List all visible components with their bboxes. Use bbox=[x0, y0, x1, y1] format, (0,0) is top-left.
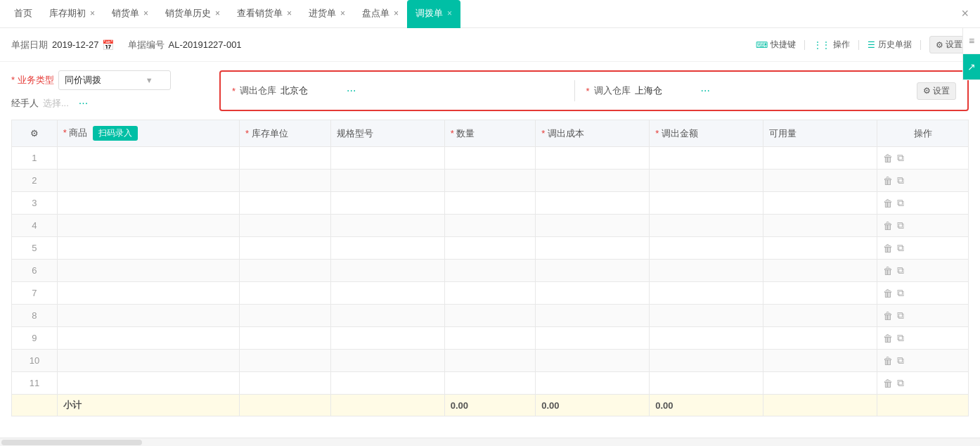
row-qty[interactable] bbox=[444, 215, 536, 237]
row-amount[interactable] bbox=[650, 282, 763, 305]
row-amount[interactable] bbox=[650, 327, 763, 350]
row-unit[interactable] bbox=[240, 147, 331, 170]
table-gear-icon[interactable]: ⚙ bbox=[30, 128, 39, 139]
row-unit[interactable] bbox=[240, 260, 331, 282]
row-qty[interactable] bbox=[444, 237, 536, 260]
row-qty[interactable] bbox=[444, 282, 536, 305]
row-goods[interactable] bbox=[57, 215, 239, 237]
tab-close-sales-history[interactable]: × bbox=[215, 8, 220, 18]
tab-inventory-count[interactable]: 盘点单 × bbox=[354, 0, 407, 28]
copy-icon[interactable]: ⧉ bbox=[897, 377, 904, 389]
copy-icon[interactable]: ⧉ bbox=[897, 152, 904, 164]
delete-icon[interactable]: 🗑 bbox=[883, 288, 893, 299]
row-amount[interactable] bbox=[650, 237, 763, 260]
row-spec[interactable] bbox=[330, 192, 444, 215]
row-unit[interactable] bbox=[240, 170, 331, 192]
row-qty[interactable] bbox=[444, 305, 536, 327]
row-qty[interactable] bbox=[444, 147, 536, 170]
row-unit[interactable] bbox=[240, 192, 331, 215]
biz-type-select[interactable]: 同价调拨 ▼ bbox=[58, 70, 171, 90]
row-goods[interactable] bbox=[57, 170, 239, 192]
row-spec[interactable] bbox=[330, 260, 444, 282]
copy-icon[interactable]: ⧉ bbox=[897, 310, 904, 321]
delete-icon[interactable]: 🗑 bbox=[883, 220, 893, 231]
person-more-icon[interactable]: ··· bbox=[79, 97, 88, 110]
row-amount[interactable] bbox=[650, 170, 763, 192]
row-unit[interactable] bbox=[240, 237, 331, 260]
row-amount[interactable] bbox=[650, 147, 763, 170]
copy-icon[interactable]: ⧉ bbox=[897, 265, 904, 276]
row-goods[interactable] bbox=[57, 192, 239, 215]
row-cost[interactable] bbox=[536, 192, 650, 215]
row-goods[interactable] bbox=[57, 350, 239, 372]
row-cost[interactable] bbox=[536, 282, 650, 305]
row-cost[interactable] bbox=[536, 372, 650, 395]
row-amount[interactable] bbox=[650, 350, 763, 372]
row-unit[interactable] bbox=[240, 350, 331, 372]
tab-sales-history[interactable]: 销货单历史 × bbox=[157, 0, 228, 28]
delete-icon[interactable]: 🗑 bbox=[883, 378, 893, 389]
right-panel-export-icon[interactable]: ↗ bbox=[963, 54, 980, 80]
row-amount[interactable] bbox=[650, 305, 763, 327]
row-unit[interactable] bbox=[240, 327, 331, 350]
row-spec[interactable] bbox=[330, 282, 444, 305]
row-goods[interactable] bbox=[57, 260, 239, 282]
tab-inventory-init[interactable]: 库存期初 × bbox=[41, 0, 103, 28]
row-spec[interactable] bbox=[330, 327, 444, 350]
tab-close-sales-order[interactable]: × bbox=[143, 8, 148, 18]
row-cost[interactable] bbox=[536, 350, 650, 372]
scrollbar-area[interactable] bbox=[0, 438, 980, 446]
delete-icon[interactable]: 🗑 bbox=[883, 265, 893, 276]
tab-sales-order[interactable]: 销货单 × bbox=[103, 0, 157, 28]
row-qty[interactable] bbox=[444, 372, 536, 395]
calendar-icon[interactable]: 📅 bbox=[102, 39, 114, 51]
row-amount[interactable] bbox=[650, 215, 763, 237]
right-panel-doc-icon[interactable]: ≡ bbox=[963, 28, 980, 54]
copy-icon[interactable]: ⧉ bbox=[897, 355, 904, 367]
row-qty[interactable] bbox=[444, 170, 536, 192]
row-unit[interactable] bbox=[240, 305, 331, 327]
tab-purchase-order[interactable]: 进货单 × bbox=[300, 0, 354, 28]
tab-close-purchase-order[interactable]: × bbox=[340, 8, 345, 18]
row-spec[interactable] bbox=[330, 237, 444, 260]
tab-close-inventory-count[interactable]: × bbox=[394, 8, 399, 18]
tab-close-view-sales[interactable]: × bbox=[287, 8, 292, 18]
row-unit[interactable] bbox=[240, 372, 331, 395]
row-unit[interactable] bbox=[240, 282, 331, 305]
copy-icon[interactable]: ⧉ bbox=[897, 219, 904, 231]
row-cost[interactable] bbox=[536, 260, 650, 282]
copy-icon[interactable]: ⧉ bbox=[897, 332, 904, 344]
scrollbar-thumb[interactable] bbox=[1, 440, 142, 445]
row-spec[interactable] bbox=[330, 147, 444, 170]
target-warehouse-more-icon[interactable]: ··· bbox=[701, 84, 710, 97]
row-unit[interactable] bbox=[240, 215, 331, 237]
row-spec[interactable] bbox=[330, 170, 444, 192]
row-qty[interactable] bbox=[444, 327, 536, 350]
row-goods[interactable] bbox=[57, 305, 239, 327]
delete-icon[interactable]: 🗑 bbox=[883, 310, 893, 321]
action-btn[interactable]: ⋮⋮ 操作 bbox=[813, 39, 850, 51]
row-cost[interactable] bbox=[536, 237, 650, 260]
copy-icon[interactable]: ⧉ bbox=[897, 242, 904, 254]
scan-button[interactable]: 扫码录入 bbox=[93, 126, 138, 141]
tab-view-sales[interactable]: 查看销货单 × bbox=[228, 0, 300, 28]
row-goods[interactable] bbox=[57, 282, 239, 305]
warehouse-setting-button[interactable]: ⚙ 设置 bbox=[917, 82, 956, 100]
delete-icon[interactable]: 🗑 bbox=[883, 153, 893, 164]
row-goods[interactable] bbox=[57, 372, 239, 395]
tab-close-transfer-order[interactable]: × bbox=[447, 8, 452, 18]
row-goods[interactable] bbox=[57, 147, 239, 170]
row-goods[interactable] bbox=[57, 237, 239, 260]
delete-icon[interactable]: 🗑 bbox=[883, 175, 893, 186]
row-spec[interactable] bbox=[330, 350, 444, 372]
row-amount[interactable] bbox=[650, 192, 763, 215]
copy-icon[interactable]: ⧉ bbox=[897, 197, 904, 209]
col-gear[interactable]: ⚙ bbox=[12, 120, 58, 147]
window-close-button[interactable]: × bbox=[955, 6, 974, 21]
source-warehouse-more-icon[interactable]: ··· bbox=[347, 84, 356, 97]
tab-home[interactable]: 首页 bbox=[6, 0, 41, 28]
row-cost[interactable] bbox=[536, 215, 650, 237]
row-qty[interactable] bbox=[444, 260, 536, 282]
row-cost[interactable] bbox=[536, 170, 650, 192]
copy-icon[interactable]: ⧉ bbox=[897, 174, 904, 186]
